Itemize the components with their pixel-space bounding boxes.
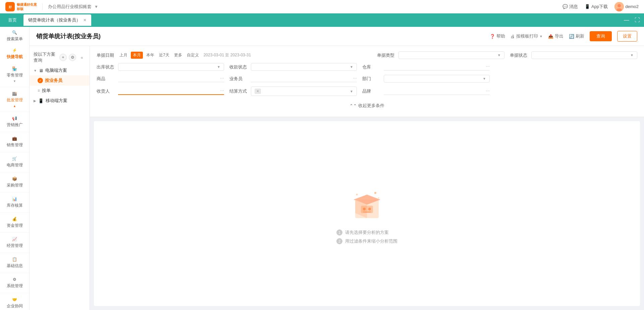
receiver-control[interactable]: ···	[118, 88, 224, 95]
scheme-settings-button[interactable]: ⚙	[69, 54, 76, 61]
tree-mobile-group[interactable]: ▶ 📱 移动端方案	[30, 96, 90, 106]
logo-area: 好 畅捷通好生意 标版	[5, 2, 37, 11]
sidebar-item-wholesale[interactable]: 🏬 批发管理 ▲	[0, 87, 29, 112]
page-header: 销货单统计表(按业务员) ❓ 帮助 🖨 按模板打印 ▼ 📤 导出	[30, 27, 644, 46]
sidebar-item-basic-info[interactable]: 📋 基础信息	[0, 253, 29, 273]
tree-by-order[interactable]: ≡ 按单	[30, 86, 90, 96]
filter-salesperson-group: 业务员 ···	[229, 75, 357, 82]
filter-single-type-group: 单据类型 ▼	[377, 51, 504, 59]
template-print-button[interactable]: 🖨 按模板打印 ▼	[511, 33, 543, 39]
tree-by-salesperson[interactable]: ✓ 按业务员	[30, 75, 90, 86]
sidebar-item-operations[interactable]: 📈 经营管理	[0, 233, 29, 253]
date-btn-last-7[interactable]: 近7天	[158, 52, 171, 59]
tab-minimize-icon[interactable]: —	[623, 16, 631, 24]
print-icon: 🖨	[511, 34, 515, 39]
receiver-label: 收货人	[97, 88, 115, 94]
collect-status-select[interactable]: ▼	[251, 63, 357, 71]
filter-out-status-group: 出库状态 ▼	[97, 63, 224, 71]
search-icon: 🔍	[12, 30, 17, 35]
collapse-panel-button[interactable]: «	[78, 54, 86, 61]
svg-point-10	[363, 208, 366, 210]
filter-row-1: 单据日期 上月 本月 本年 近7天 更多 自定义 2023-03-01 至 20…	[97, 51, 637, 59]
date-btn-custom[interactable]: 自定义	[185, 52, 200, 59]
query-button[interactable]: 查询	[590, 31, 612, 41]
date-btn-more[interactable]: 更多	[173, 52, 183, 59]
collapse-button[interactable]: ⌃⌃ 收起更多条件	[350, 103, 384, 109]
filter-row-2: 出库状态 ▼ 收款状态 ▼	[97, 63, 637, 71]
user-menu[interactable]: demo2	[614, 2, 639, 11]
tab-maximize-icon[interactable]: ⛶	[633, 16, 641, 24]
filter-row-3: 商品 ··· 业务员 ···	[97, 75, 637, 83]
department-label: 部门	[362, 76, 381, 82]
messages-button[interactable]: 💬 消息	[562, 4, 578, 10]
avatar	[614, 2, 624, 11]
tab-close-icon[interactable]: ✕	[83, 18, 87, 22]
sidebar-item-sales[interactable]: 💼 销售管理	[0, 132, 29, 152]
logo-icon: 好	[5, 2, 15, 11]
collect-status-label: 收款状态	[229, 64, 248, 70]
product-control[interactable]: ···	[118, 75, 224, 82]
out-status-select[interactable]: ▼	[118, 63, 224, 71]
collect-status-dropdown-icon: ▼	[350, 65, 353, 69]
sales-icon: 💼	[12, 136, 17, 141]
system-icon: ⚙	[13, 277, 16, 282]
svg-point-11	[368, 208, 371, 210]
date-btn-this-year[interactable]: 本年	[145, 52, 156, 59]
help-button[interactable]: ❓ 帮助	[490, 33, 505, 39]
app-download-button[interactable]: 📱 App下载	[585, 4, 608, 10]
out-status-label: 出库状态	[97, 64, 115, 70]
export-button[interactable]: 📤 导出	[548, 33, 564, 39]
add-scheme-button[interactable]: +	[59, 54, 67, 61]
settings-button[interactable]: 设置	[617, 31, 637, 42]
tab-sales-stats[interactable]: 销货单统计表（按业务员） ✕	[23, 14, 91, 26]
date-btn-this-month[interactable]: 本月	[131, 52, 143, 59]
refresh-icon: 🔄	[569, 34, 574, 39]
date-btn-last-month[interactable]: 上月	[118, 52, 129, 59]
single-status-dropdown-icon: ▼	[630, 53, 634, 57]
sidebar-item-system[interactable]: ⚙ 系统管理	[0, 273, 29, 293]
warehouse-control[interactable]: ···	[384, 63, 490, 70]
tab-bar: 首页 销货单统计表（按业务员） ✕ — ⛶	[0, 13, 644, 27]
receiver-more-icon[interactable]: ···	[220, 88, 224, 93]
empty-tip-1: 1 请先选择要分析的方案	[336, 229, 397, 236]
settlement-select[interactable]: × ▼	[251, 87, 357, 96]
filter-receiver-group: 收货人 ···	[97, 88, 224, 95]
department-dropdown-icon: ▼	[483, 77, 486, 81]
single-type-select[interactable]: ▼	[398, 51, 504, 59]
salesperson-more-icon[interactable]: ···	[353, 75, 357, 81]
sidebar-item-marketing[interactable]: 📢 营销推广	[0, 112, 29, 132]
date-quick-btns: 上月 本月 本年 近7天 更多 自定义 2023-03-01 至 2023-03…	[118, 52, 251, 59]
sidebar: 🔍 搜索菜单 ⚡ 快捷导航 🏪 零售管理 ▼ 🏬 批发管理 ▲ 📢 营销推广	[0, 27, 30, 310]
settlement-tag-close[interactable]: ×	[257, 89, 259, 94]
sidebar-item-enterprise[interactable]: 🤝 企业协同	[0, 293, 29, 310]
warehouse-more-icon[interactable]: ···	[486, 63, 490, 69]
refresh-button[interactable]: 🔄 刷新	[569, 33, 584, 39]
collapse-up-icon: ⌃⌃	[350, 103, 357, 108]
department-select[interactable]: ▼	[384, 75, 490, 83]
app-container: 好 畅捷通好生意 标版 办公用品行业模拟账套 ▼ 💬 消息 📱 App下载	[0, 0, 644, 310]
sidebar-item-inventory[interactable]: 📊 库存核算	[0, 193, 29, 213]
sidebar-item-retail[interactable]: 🏪 零售管理 ▼	[0, 62, 29, 87]
single-status-select[interactable]: ▼	[531, 51, 637, 59]
brand-control[interactable]: ···	[384, 88, 490, 95]
content-body: 按以下方案查询 + ⚙ « ▼ 🖥 电脑端方案 ✓	[30, 46, 644, 310]
tree-chevron-right-icon: ▶	[34, 99, 36, 103]
sidebar-item-ecommerce[interactable]: 🛒 电商管理	[0, 152, 29, 172]
brand-label: 品牌	[362, 88, 381, 94]
top-bar-right: 💬 消息 📱 App下载 demo2	[562, 2, 639, 11]
salesperson-control[interactable]: ···	[251, 75, 357, 82]
svg-point-3	[618, 4, 621, 7]
ecommerce-icon: 🛒	[12, 156, 17, 161]
sidebar-search[interactable]: 🔍 搜索菜单	[0, 27, 29, 45]
empty-icon	[347, 183, 387, 223]
svg-text:好: 好	[8, 5, 12, 9]
top-bar-left: 好 畅捷通好生意 标版 办公用品行业模拟账套 ▼	[5, 2, 98, 11]
sidebar-item-finance[interactable]: 💰 资金管理	[0, 213, 29, 233]
tab-home[interactable]: 首页	[3, 13, 22, 27]
product-more-icon[interactable]: ···	[220, 75, 224, 81]
tip-number-1: 1	[336, 229, 342, 236]
tree-desktop-group[interactable]: ▼ 🖥 电脑端方案	[30, 65, 90, 75]
sidebar-quick-nav[interactable]: ⚡ 快捷导航	[0, 45, 29, 62]
sidebar-item-purchase[interactable]: 📦 采购管理	[0, 172, 29, 193]
brand-more-icon[interactable]: ···	[486, 88, 490, 93]
